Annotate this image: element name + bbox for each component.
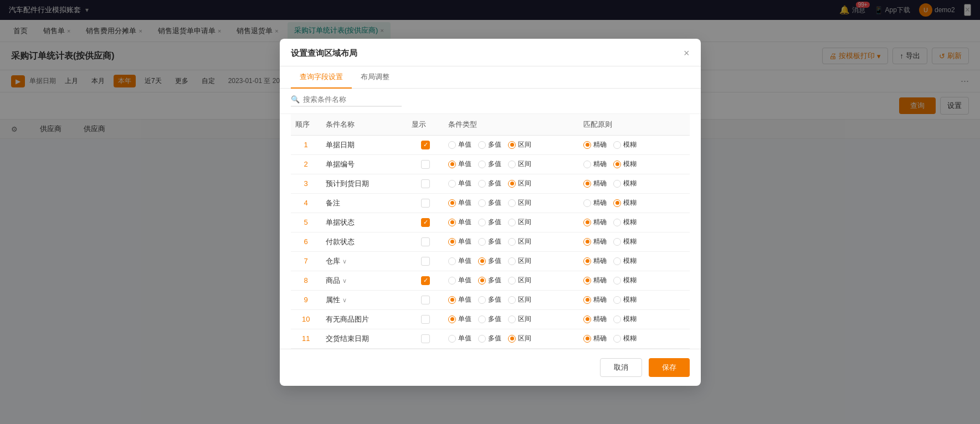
dialog-tab-query-fields[interactable]: 查询字段设置: [291, 66, 352, 89]
type-radio-区间[interactable]: 区间: [508, 218, 531, 227]
radio-label: 区间: [518, 237, 531, 246]
search-input[interactable]: [303, 95, 392, 104]
radio-btn: [448, 277, 456, 285]
radio-btn: [478, 257, 486, 265]
type-radio-多值[interactable]: 多值: [478, 314, 501, 324]
match-radio-精确[interactable]: 精确: [583, 218, 607, 227]
match-radio-模糊[interactable]: 模糊: [613, 179, 637, 188]
table-row: 3预计到货日期单值多值区间精确模糊: [291, 174, 690, 193]
table-row: 9属性 ∨单值多值区间精确模糊: [291, 290, 690, 309]
expand-icon[interactable]: ∨: [342, 297, 347, 303]
type-radio-区间[interactable]: 区间: [508, 295, 531, 304]
type-radio-多值[interactable]: 多值: [478, 237, 501, 246]
type-radio-多值[interactable]: 多值: [478, 179, 501, 188]
display-checkbox[interactable]: [421, 334, 430, 343]
type-radio-区间[interactable]: 区间: [508, 237, 531, 246]
type-radio-多值[interactable]: 多值: [478, 334, 501, 343]
type-radio-单值[interactable]: 单值: [448, 237, 471, 246]
match-radio-模糊[interactable]: 模糊: [613, 295, 637, 304]
type-radio-单值[interactable]: 单值: [448, 276, 471, 285]
display-checkbox[interactable]: [421, 199, 430, 208]
table-row: 4备注单值多值区间精确模糊: [291, 193, 690, 213]
match-radio-模糊[interactable]: 模糊: [613, 218, 637, 227]
radio-btn: [613, 141, 621, 149]
match-radio-模糊[interactable]: 模糊: [613, 314, 637, 324]
radio-btn: [478, 335, 486, 343]
match-radio-模糊[interactable]: 模糊: [613, 159, 637, 169]
type-radio-单值[interactable]: 单值: [448, 295, 471, 304]
match-radio-精确[interactable]: 精确: [583, 237, 607, 246]
radio-label: 精确: [593, 295, 607, 304]
match-radio-精确[interactable]: 精确: [583, 295, 607, 304]
match-radio-精确[interactable]: 精确: [583, 314, 607, 324]
expand-icon[interactable]: ∨: [342, 277, 347, 284]
type-radio-区间[interactable]: 区间: [508, 256, 531, 266]
match-radio-模糊[interactable]: 模糊: [613, 276, 637, 285]
row-match-cell: 精确模糊: [579, 309, 689, 329]
display-checkbox[interactable]: [421, 160, 430, 169]
type-radio-区间[interactable]: 区间: [508, 179, 531, 188]
radio-label: 区间: [518, 314, 531, 324]
match-radio-模糊[interactable]: 模糊: [613, 237, 637, 246]
match-radio-精确[interactable]: 精确: [583, 334, 607, 343]
match-radio-模糊[interactable]: 模糊: [613, 334, 637, 343]
type-radio-区间[interactable]: 区间: [508, 198, 531, 208]
display-checkbox[interactable]: [421, 276, 430, 285]
row-match-cell: 精确模糊: [579, 329, 689, 348]
type-radio-区间[interactable]: 区间: [508, 159, 531, 169]
display-checkbox[interactable]: [421, 218, 430, 227]
match-radio-精确[interactable]: 精确: [583, 198, 607, 208]
type-radio-多值[interactable]: 多值: [478, 256, 501, 266]
type-radio-多值[interactable]: 多值: [478, 159, 501, 169]
display-checkbox[interactable]: [421, 141, 430, 149]
match-radio-精确[interactable]: 精确: [583, 179, 607, 188]
type-radio-单值[interactable]: 单值: [448, 334, 471, 343]
match-radio-精确[interactable]: 精确: [583, 140, 607, 149]
radio-btn: [448, 180, 456, 188]
display-checkbox[interactable]: [421, 237, 430, 246]
radio-btn: [613, 238, 621, 246]
type-radio-多值[interactable]: 多值: [478, 198, 501, 208]
type-radio-单值[interactable]: 单值: [448, 140, 471, 149]
type-radio-多值[interactable]: 多值: [478, 140, 501, 149]
radio-btn: [613, 277, 621, 285]
type-radio-区间[interactable]: 区间: [508, 140, 531, 149]
type-radio-多值[interactable]: 多值: [478, 218, 501, 227]
radio-label: 区间: [518, 179, 531, 188]
display-checkbox[interactable]: [421, 257, 430, 266]
type-radio-区间[interactable]: 区间: [508, 276, 531, 285]
match-radio-精确[interactable]: 精确: [583, 159, 607, 169]
cancel-btn[interactable]: 取消: [600, 358, 642, 377]
match-radio-精确[interactable]: 精确: [583, 276, 607, 285]
display-checkbox[interactable]: [421, 296, 430, 304]
dialog-overlay: 设置查询区域布局 × 查询字段设置 布局调整 🔍 顺序: [0, 0, 980, 424]
type-radio-单值[interactable]: 单值: [448, 218, 471, 227]
dialog-close-btn[interactable]: ×: [684, 48, 690, 59]
type-radio-多值[interactable]: 多值: [478, 295, 501, 304]
match-radio-模糊[interactable]: 模糊: [613, 140, 637, 149]
type-radio-单值[interactable]: 单值: [448, 198, 471, 208]
display-checkbox[interactable]: [421, 315, 430, 324]
radio-btn: [508, 257, 516, 265]
type-radio-区间[interactable]: 区间: [508, 334, 531, 343]
radio-btn: [583, 219, 591, 226]
match-radio-精确[interactable]: 精确: [583, 256, 607, 266]
type-radio-多值[interactable]: 多值: [478, 276, 501, 285]
dialog-tab-layout[interactable]: 布局调整: [352, 66, 398, 89]
type-radio-单值[interactable]: 单值: [448, 256, 471, 266]
radio-btn: [613, 199, 621, 207]
display-checkbox[interactable]: [421, 179, 430, 188]
match-radio-模糊[interactable]: 模糊: [613, 198, 637, 208]
type-radio-单值[interactable]: 单值: [448, 179, 471, 188]
type-radio-区间[interactable]: 区间: [508, 314, 531, 324]
match-radio-模糊[interactable]: 模糊: [613, 256, 637, 266]
row-name: 交货结束日期: [321, 329, 407, 348]
expand-icon[interactable]: ∨: [342, 258, 347, 265]
radio-btn: [508, 161, 516, 168]
type-radio-单值[interactable]: 单值: [448, 314, 471, 324]
radio-label: 多值: [488, 218, 501, 227]
table-row: 2单据编号单值多值区间精确模糊: [291, 154, 690, 174]
save-btn[interactable]: 保存: [649, 358, 690, 377]
radio-btn: [508, 296, 516, 304]
type-radio-单值[interactable]: 单值: [448, 159, 471, 169]
